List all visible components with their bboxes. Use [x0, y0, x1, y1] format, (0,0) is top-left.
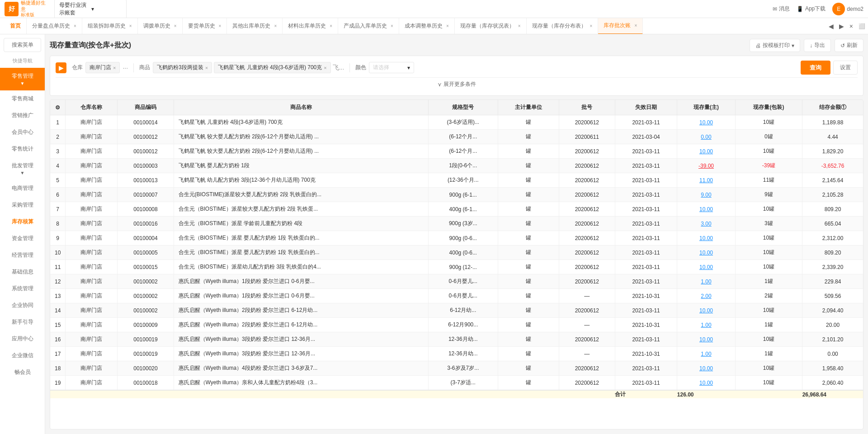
- tab-qitachu[interactable]: 其他出库单历史 ×: [227, 18, 283, 34]
- tab-qitachu-close[interactable]: ×: [274, 24, 277, 28]
- row-qty-main[interactable]: 11.00: [677, 173, 735, 188]
- sidebar-item-ecom[interactable]: 电商管理: [0, 180, 45, 197]
- sidebar-item-wechat[interactable]: 企业微信: [0, 347, 45, 364]
- nav-maximize-btn[interactable]: ⬜: [856, 22, 868, 30]
- sidebar-item-system[interactable]: 系统管理: [0, 280, 45, 297]
- row-qty-main[interactable]: 9.00: [677, 188, 735, 202]
- tab-kucun-batch-close[interactable]: ×: [634, 23, 637, 28]
- row-qty-main[interactable]: -39.00: [677, 159, 735, 173]
- row-qty-main[interactable]: 1.00: [677, 347, 735, 361]
- product-tag-1-remove[interactable]: ×: [324, 65, 326, 71]
- table-row: 16 南岸门店 00100019 惠氏启醒（Wyeth illuma）3段奶粉 …: [50, 332, 863, 347]
- row-qty-main[interactable]: 3.00: [677, 217, 735, 231]
- row-qty-main[interactable]: 10.00: [677, 231, 735, 245]
- warehouse-tag-remove[interactable]: ×: [113, 65, 116, 71]
- tab-cailiao-close[interactable]: ×: [330, 24, 332, 28]
- row-qty-main[interactable]: 1.00: [677, 318, 735, 332]
- row-expire: 2021-03-11: [615, 202, 677, 217]
- nav-close-tab-btn[interactable]: ×: [847, 22, 856, 31]
- query-btn[interactable]: 查询: [801, 61, 830, 75]
- sidebar-item-vip[interactable]: 畅会员: [0, 364, 45, 381]
- row-qty-main[interactable]: 10.00: [677, 115, 735, 130]
- row-amount: 229.84: [802, 274, 863, 289]
- warehouse-tag-0[interactable]: 南岸门店 ×: [85, 62, 120, 73]
- settings-btn[interactable]: 设置: [833, 61, 858, 75]
- row-qty-main[interactable]: 10.00: [677, 260, 735, 274]
- sidebar-item-retail-mall[interactable]: 零售商城: [0, 90, 45, 107]
- row-amount: 1,958.40: [802, 361, 863, 376]
- product-tag-1[interactable]: 飞鹤星飞帆 儿童奶粉 4段(3-6岁适用) 700克 ×: [214, 62, 330, 73]
- filter-toggle-btn[interactable]: ▶: [56, 62, 66, 73]
- tab-yaohuo-close[interactable]: ×: [219, 24, 222, 28]
- row-unit: 罐: [498, 274, 559, 289]
- row-qty-main[interactable]: 10.00: [677, 202, 735, 217]
- sidebar-item-finance[interactable]: 资金管理: [0, 230, 45, 247]
- row-warehouse: 南岸门店: [66, 188, 118, 202]
- tab-zuzhuan-close[interactable]: ×: [129, 24, 132, 28]
- nav-next-btn[interactable]: ▶: [836, 22, 847, 31]
- footer-label: 合计: [615, 390, 677, 398]
- refresh-btn[interactable]: ↺ 刷新: [835, 39, 863, 52]
- tab-yaohuo[interactable]: 要货单历史 ×: [183, 18, 227, 34]
- tab-zuzhuan[interactable]: 组装拆卸单历史 ×: [82, 18, 138, 34]
- sidebar-item-member[interactable]: 会员中心: [0, 124, 45, 141]
- col-settings[interactable]: ⚙: [50, 100, 66, 115]
- tab-chengchan-close[interactable]: ×: [391, 24, 393, 28]
- tab-fenpan-close[interactable]: ×: [74, 24, 76, 28]
- product-more[interactable]: 飞...: [333, 64, 344, 72]
- sidebar-item-ops[interactable]: 经营管理: [0, 247, 45, 264]
- tab-home[interactable]: 首页: [5, 18, 27, 34]
- row-qty-main[interactable]: 10.00: [677, 332, 735, 347]
- tab-fenpan[interactable]: 分量盘点单历史 ×: [27, 18, 82, 34]
- row-qty-main[interactable]: 10.00: [677, 245, 735, 260]
- row-qty-main[interactable]: 10.00: [677, 303, 735, 318]
- tab-chengben[interactable]: 成本调整单历史 ×: [399, 18, 455, 34]
- template-print-btn[interactable]: 🖨 按模板打印 ▾: [750, 39, 800, 52]
- sidebar-item-guide[interactable]: 新手引导: [0, 314, 45, 330]
- sidebar-item-purchase[interactable]: 采购管理: [0, 197, 45, 213]
- sidebar-item-wholesale[interactable]: 批发管理 ▼: [0, 157, 45, 180]
- message-btn[interactable]: ✉ 消息: [773, 5, 790, 13]
- row-qty-main[interactable]: 2.00: [677, 289, 735, 303]
- row-name: 合生元（BIOSTIME）派星较大婴儿配方奶粉 2段 乳铁蛋...: [174, 202, 428, 217]
- tab-kucun-state-close[interactable]: ×: [518, 24, 521, 28]
- nav-tabs: 首页 分量盘点单历史 × 组装拆卸单历史 × 调拨单历史 × 要货单历史 × 其…: [0, 18, 868, 34]
- sidebar-item-marketing[interactable]: 营销推广: [0, 107, 45, 124]
- export-btn[interactable]: ↓ 导出: [804, 39, 831, 52]
- tab-kucun-dist[interactable]: 现存量（库存分布表） ×: [527, 18, 599, 34]
- row-qty-pkg: 2罐: [735, 289, 802, 303]
- row-unit: 罐: [498, 231, 559, 245]
- search-btn[interactable]: 搜索英单: [4, 38, 41, 52]
- sidebar-item-retail-stats[interactable]: 零售统计: [0, 141, 45, 157]
- tab-chengchan[interactable]: 产成品入库单历史 ×: [338, 18, 399, 34]
- warehouse-more[interactable]: ···: [123, 64, 128, 71]
- tab-diaob[interactable]: 调拨单历史 ×: [138, 18, 183, 34]
- tab-kucun-state[interactable]: 现存量（库存状况表） ×: [455, 18, 527, 34]
- nav-prev-btn[interactable]: ◀: [826, 22, 836, 31]
- tab-chengben-close[interactable]: ×: [446, 24, 449, 28]
- product-tag-0-remove[interactable]: ×: [205, 65, 208, 71]
- user-area[interactable]: E demo2: [832, 3, 863, 15]
- org-selector[interactable]: 母婴行业演示账套 ▾: [54, 0, 127, 19]
- row-qty-main[interactable]: 1.00: [677, 274, 735, 289]
- chevron-down-icon: ▾: [792, 42, 794, 49]
- tab-kucun-dist-close[interactable]: ×: [590, 24, 593, 28]
- color-select[interactable]: 请选择 ▾: [369, 62, 414, 73]
- row-qty-main[interactable]: 10.00: [677, 376, 735, 391]
- tab-cailiao[interactable]: 材料出库单历史 ×: [283, 18, 338, 34]
- expand-more-btn[interactable]: ⋎ 展开更多条件: [56, 77, 858, 91]
- row-batch: 20200612: [559, 245, 615, 260]
- sidebar-item-retail-mgmt[interactable]: 零售管理 ▼: [0, 68, 45, 90]
- product-tag-0[interactable]: 飞鹤奶粉3段两提装 ×: [153, 62, 212, 73]
- sidebar-item-inventory[interactable]: 库存核算: [0, 213, 45, 230]
- settings-icon[interactable]: ⚙: [55, 104, 60, 111]
- sidebar-item-collab[interactable]: 企业协同: [0, 297, 45, 314]
- sidebar-item-basic[interactable]: 基础信息: [0, 264, 45, 280]
- tab-diaob-close[interactable]: ×: [174, 24, 177, 28]
- row-qty-main[interactable]: 10.00: [677, 361, 735, 376]
- tab-kucun-batch[interactable]: 库存批次账 ×: [598, 18, 643, 34]
- row-qty-main[interactable]: 0.00: [677, 130, 735, 144]
- row-qty-main[interactable]: 10.00: [677, 144, 735, 159]
- sidebar-item-apps[interactable]: 应用中心: [0, 330, 45, 347]
- app-download-btn[interactable]: 📱 App下载: [797, 5, 826, 13]
